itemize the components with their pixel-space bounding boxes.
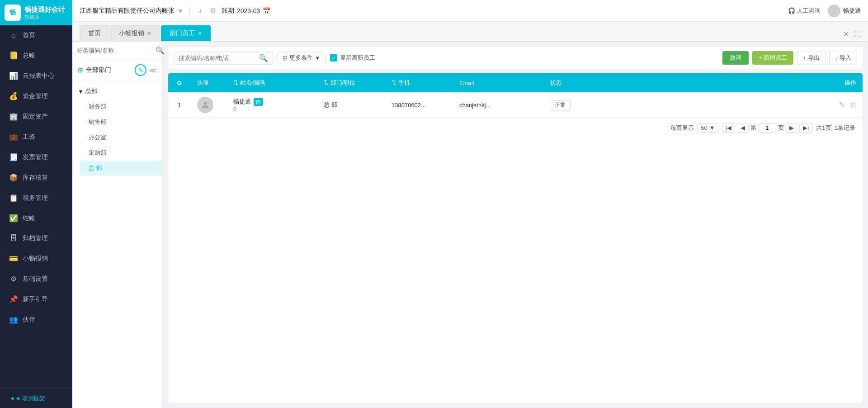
tab-close-window-icon[interactable]: ✕ [843, 30, 849, 38]
dept-node-parent[interactable]: ▼ 总部 [72, 84, 162, 99]
sidebar-item-salary[interactable]: 💼 工资 [0, 127, 72, 147]
sidebar-pin-toggle[interactable]: ◄◄ 取消固定 [0, 389, 72, 408]
col-action: 操作 [611, 73, 863, 92]
dept-node-finance[interactable]: 财务部 [80, 99, 162, 114]
tab-expand-icon[interactable]: ⛶ [854, 30, 861, 38]
dept-node-purchase[interactable]: 采购部 [80, 145, 162, 161]
topbar-right: 🎧 人工咨询 畅捷通 [788, 5, 861, 17]
per-page-label: 每页显示 [670, 124, 694, 132]
col-settings-icon[interactable]: ⚙ [177, 80, 182, 86]
sidebar-item-general-ledger[interactable]: 📒 总账 [0, 45, 72, 66]
import-button[interactable]: ↓ 导入 [829, 51, 858, 65]
tab-expense[interactable]: 小畅报销 ✕ [110, 25, 160, 41]
add-company-icon[interactable]: ＋ [196, 5, 204, 16]
sidebar-label-inventory: 库存核算 [23, 174, 48, 182]
page-label: 第 [750, 124, 756, 132]
next-page-button[interactable]: ▶ [786, 123, 797, 133]
sidebar-item-fixed-assets[interactable]: 🏢 固定资产 [0, 106, 72, 127]
toolbar-action-buttons: 邀请 + 新增员工 ↑ 导出 ↓ 导入 [722, 51, 857, 65]
tabbar-controls: ✕ ⛶ [843, 30, 861, 41]
support-button[interactable]: 🎧 人工咨询 [788, 7, 821, 15]
headset-icon: 🎧 [788, 7, 795, 14]
import-icon: ↓ [835, 55, 838, 62]
employee-search-box: 🔍 [174, 52, 273, 65]
last-page-button[interactable]: ▶| [799, 123, 812, 133]
prev-page-button[interactable]: ◀ [737, 123, 749, 133]
tab-dept-close[interactable]: ✕ [198, 30, 202, 37]
export-icon: ↑ [803, 55, 806, 62]
per-page-select[interactable]: 50 ▼ [698, 123, 718, 133]
dept-node-sales[interactable]: 销售部 [80, 114, 162, 130]
logout-icon[interactable]: ⊟ [850, 101, 856, 109]
dept-edit-icon[interactable]: ✎ [135, 64, 146, 76]
all-dept-header[interactable]: ⊞ 全部部门 ✎ ≪ [72, 60, 162, 81]
filter-chevron-icon: ▼ [315, 55, 321, 62]
tab-expense-close[interactable]: ✕ [147, 30, 151, 37]
company-selector[interactable]: 江西服宝精品有限责任公司内账张 ▼ [80, 7, 184, 15]
sidebar-item-checkout[interactable]: ✅ 结账 [0, 208, 72, 228]
search-icon[interactable]: 🔍 [259, 54, 268, 62]
more-filter-button[interactable]: ⊟ 更多条件 ▼ [278, 52, 326, 64]
cell-dept: 总 部 [317, 92, 385, 118]
col-name-sort-icon: ⇅ [233, 79, 240, 86]
period-value: 2023-03 [237, 7, 260, 14]
sidebar-item-expense[interactable]: 💳 小畅报销 [0, 248, 72, 269]
settings-gear-icon[interactable]: ⚙ [210, 6, 216, 15]
cell-avatar [191, 92, 227, 118]
grid-icon: ⊞ [78, 66, 83, 74]
col-phone[interactable]: ⇅ 手机 [385, 73, 453, 92]
sidebar-item-guide[interactable]: 📌 新手引导 [0, 289, 72, 309]
export-button[interactable]: ↑ 导出 [797, 51, 826, 65]
invite-button[interactable]: 邀请 [722, 51, 749, 65]
sidebar-item-inventory[interactable]: 📦 库存核算 [0, 167, 72, 188]
dept-parent-label: 总部 [85, 87, 97, 95]
tab-home[interactable]: 首页 [80, 25, 109, 41]
dept-collapse-icon[interactable]: ≪ [149, 66, 157, 75]
table-row: 1 畅捷通 部 0 [168, 92, 863, 118]
dept-office-label: 办公室 [89, 134, 106, 141]
sidebar-logo: 畅 畅捷通好会计 旗舰版 [0, 0, 72, 25]
page-input[interactable] [758, 123, 776, 133]
col-dept-sort-icon: ⇅ [324, 79, 330, 86]
sidebar-label-checkout: 结账 [23, 214, 35, 223]
sidebar-label-fixed-assets: 固定资产 [23, 113, 48, 121]
tax-icon: 📋 [9, 194, 18, 202]
sidebar-item-settings[interactable]: ⚙ 基础设置 [0, 269, 72, 289]
partner-icon: 👥 [9, 315, 18, 324]
sidebar-label-invoice: 发票管理 [23, 153, 48, 161]
employee-toolbar: 🔍 ⊟ 更多条件 ▼ ✓ 显示离职员工 邀请 + 新增员工 ↑ 导出 [168, 47, 863, 69]
calendar-icon[interactable]: 📅 [263, 7, 270, 14]
employee-search-input[interactable] [179, 55, 256, 62]
show-resigned-toggle[interactable]: ✓ 显示离职员工 [330, 54, 375, 62]
employee-table: ⚙ 头像 ⇅ 姓名/编码 ⇅ 部门/职位 ⇅ 手机 [168, 73, 863, 118]
sidebar-item-capital[interactable]: 💰 资金管理 [0, 86, 72, 106]
dept-header-icons: ✎ ≪ [135, 64, 157, 76]
first-page-button[interactable]: |◀ [722, 123, 735, 133]
col-status: 状态 [543, 73, 611, 92]
add-employee-button[interactable]: + 新增员工 [752, 51, 793, 65]
guide-icon: 📌 [9, 295, 18, 304]
cell-phone: 138070602... [385, 92, 453, 118]
sidebar-item-partner[interactable]: 👥 伙伴 [0, 309, 72, 330]
show-resigned-checkbox[interactable]: ✓ [330, 54, 337, 62]
col-name[interactable]: ⇅ 姓名/编码 [227, 73, 317, 92]
col-avatar: 头像 [191, 73, 227, 92]
dept-finance-label: 财务部 [89, 103, 106, 110]
sidebar-item-archive[interactable]: 🗄 归档管理 [0, 228, 72, 248]
export-label: 导出 [808, 54, 820, 62]
tab-dept-employee[interactable]: 部门员工 ✕ [161, 25, 211, 41]
sidebar-label-ledger: 总账 [23, 52, 35, 60]
sidebar-item-reports[interactable]: 📊 云报表中心 [0, 66, 72, 86]
dept-node-general[interactable]: 总 部 [80, 161, 162, 176]
sidebar-item-tax[interactable]: 📋 税务管理 [0, 188, 72, 208]
sidebar-item-home[interactable]: ⌂ 首页 [0, 25, 72, 45]
sidebar-label-tax: 税务管理 [23, 194, 48, 202]
dept-node-office[interactable]: 办公室 [80, 130, 162, 145]
dept-search-input[interactable] [77, 47, 153, 54]
col-settings[interactable]: ⚙ [168, 73, 191, 92]
sidebar-item-invoice[interactable]: 🧾 发票管理 [0, 147, 72, 167]
sidebar-label-settings: 基础设置 [23, 275, 48, 283]
col-dept[interactable]: ⇅ 部门/职位 [317, 73, 385, 92]
edit-icon[interactable]: ✎ [839, 101, 845, 109]
user-menu[interactable]: 畅捷通 [828, 5, 861, 17]
